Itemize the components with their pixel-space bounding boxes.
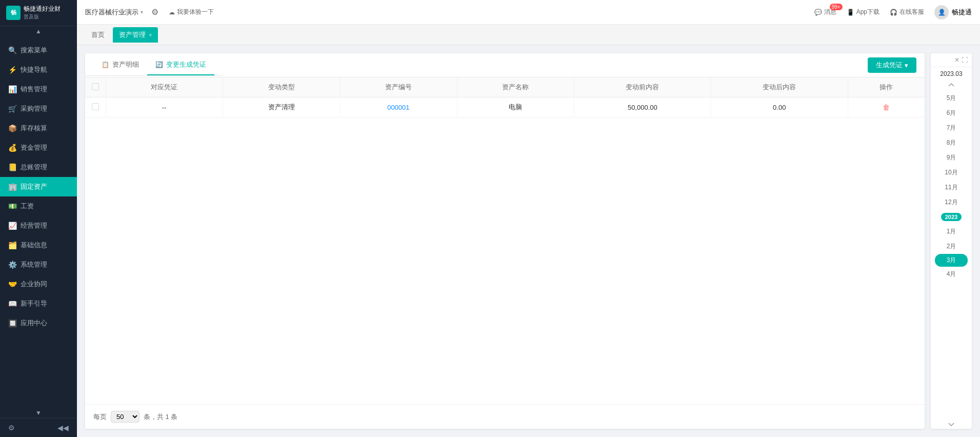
app-download-label: App下载 — [856, 8, 879, 16]
generate-voucher-btn-label: 生成凭证 — [876, 61, 903, 70]
topbar: 医疗器械行业演示 ▾ ⚙ ☁ 我要体验一下 💬 消息 99+ 📱 App下载 🎧… — [77, 0, 980, 25]
logo-subtitle: 普及版 — [24, 13, 61, 21]
app-download-button[interactable]: 📱 App下载 — [847, 8, 879, 16]
table-wrapper: 对应凭证 变动类型 资产编号 资产名称 变动前内容 变动后内容 操作 — [85, 77, 925, 404]
subtab-generate-voucher[interactable]: 🔄 变更生成凭证 — [147, 55, 214, 75]
inventory-icon: 📦 — [8, 124, 16, 132]
topbar-right: 💬 消息 99+ 📱 App下载 🎧 在线客服 👤 畅捷通 — [814, 5, 972, 19]
cell-voucher: -- — [106, 97, 223, 117]
sidebar-item-system[interactable]: ⚙️ 系统管理 — [0, 255, 77, 274]
cell-asset-no: 000001 — [340, 97, 457, 117]
sidebar-item-purchase[interactable]: 🛒 采购管理 — [0, 99, 77, 118]
date-item-10[interactable]: 10月 — [931, 165, 972, 180]
sidebar-item-payroll[interactable]: 💵 工资 — [0, 196, 77, 216]
tab-home-label: 首页 — [91, 31, 105, 38]
appstore-icon: 🔲 — [8, 319, 16, 327]
per-page-select[interactable]: 50 10 20 100 — [111, 411, 139, 423]
tab-close-icon[interactable]: × — [149, 32, 152, 38]
message-button[interactable]: 💬 消息 99+ — [814, 8, 836, 16]
sidebar-item-label: 应用中心 — [21, 319, 47, 328]
date-item-2023-1[interactable]: 1月 — [931, 224, 972, 239]
sidebar-item-label: 销售管理 — [21, 85, 47, 94]
date-panel-close-icon[interactable]: ✕ — [954, 56, 959, 64]
subtab-asset-detail[interactable]: 📋 资产明细 — [93, 55, 147, 75]
cell-asset-name: 电脑 — [457, 97, 574, 117]
sidebar-item-label: 固定资产 — [21, 182, 47, 191]
sidebar-item-inventory[interactable]: 📦 库存核算 — [0, 118, 77, 138]
generate-voucher-button[interactable]: 生成凭证 ▾ — [868, 57, 916, 73]
col-header-change-type: 变动类型 — [223, 77, 339, 97]
sidebar-logo: 畅 畅捷通好业财 普及版 — [0, 0, 77, 26]
sidebar-item-label: 新手引导 — [21, 299, 47, 308]
system-icon: ⚙️ — [8, 261, 16, 269]
date-item-5[interactable]: 5月 — [931, 91, 972, 106]
date-item-2023-2[interactable]: 2月 — [931, 239, 972, 254]
delete-row-icon[interactable]: 🗑 — [883, 103, 890, 111]
sidebar-item-quicknav[interactable]: ⚡ 快捷导航 — [0, 60, 77, 80]
sidebar-item-label: 库存核算 — [21, 124, 47, 133]
subtab-asset-detail-label: 资产明细 — [112, 60, 139, 69]
asset-table: 对应凭证 变动类型 资产编号 资产名称 变动前内容 变动后内容 操作 — [85, 77, 925, 117]
ledger-icon: 📒 — [8, 163, 16, 171]
company-selector[interactable]: 医疗器械行业演示 ▾ — [85, 8, 143, 17]
main-area: 医疗器械行业演示 ▾ ⚙ ☁ 我要体验一下 💬 消息 99+ 📱 App下载 🎧… — [77, 0, 980, 437]
date-item-11[interactable]: 11月 — [931, 180, 972, 195]
date-item-2023-3[interactable]: 3月 — [935, 254, 968, 267]
guide-icon: 📖 — [8, 300, 16, 308]
date-item-12[interactable]: 12月 — [931, 195, 972, 210]
sidebar-item-operation[interactable]: 📈 经营管理 — [0, 216, 77, 235]
sidebar-item-ledger[interactable]: 📒 总账管理 — [0, 157, 77, 177]
sidebar-item-label: 总账管理 — [21, 163, 47, 172]
topbar-settings-icon[interactable]: ⚙ — [151, 7, 158, 17]
sidebar-item-collab[interactable]: 🤝 企业协同 — [0, 274, 77, 294]
sidebar-nav: 🔍 搜索菜单 ⚡ 快捷导航 📊 销售管理 🛒 采购管理 📦 库存核算 💰 资金管… — [0, 36, 77, 408]
sidebar-item-label: 系统管理 — [21, 260, 47, 269]
date-panel: ✕ ⛶ 2023.03 5月 6月 7月 8月 9月 10月 11月 12月 2… — [931, 53, 972, 429]
operation-icon: 📈 — [8, 222, 16, 230]
tab-asset-management[interactable]: 资产管理 × — [113, 27, 158, 43]
date-scroll-down-btn[interactable] — [931, 421, 972, 429]
date-item-2023-4[interactable]: 4月 — [931, 267, 972, 282]
online-support-button[interactable]: 🎧 在线客服 — [890, 8, 924, 16]
date-panel-expand-icon[interactable]: ⛶ — [962, 56, 968, 64]
per-page-label: 每页 — [93, 412, 107, 422]
content-area: 📋 资产明细 🔄 变更生成凭证 生成凭证 ▾ — [77, 45, 980, 437]
date-scroll-up-btn[interactable] — [931, 81, 972, 89]
date-item-8[interactable]: 8月 — [931, 135, 972, 150]
cell-before: 50,000.00 — [574, 97, 711, 117]
avatar: 👤 — [934, 5, 949, 19]
dropdown-arrow-icon: ▾ — [905, 62, 908, 69]
sidebar-item-search[interactable]: 🔍 搜索菜单 — [0, 41, 77, 60]
message-icon: 💬 — [814, 9, 822, 16]
sidebar-item-label: 企业协同 — [21, 280, 47, 289]
company-dropdown-icon: ▾ — [141, 9, 143, 15]
select-all-checkbox[interactable] — [92, 83, 99, 90]
cell-change-type: 资产清理 — [223, 97, 339, 117]
sidebar-scroll-down[interactable]: ▼ — [35, 409, 42, 416]
sidebar-item-capital[interactable]: 💰 资金管理 — [0, 138, 77, 157]
user-menu[interactable]: 👤 畅捷通 — [934, 5, 972, 19]
company-name: 医疗器械行业演示 — [85, 8, 138, 17]
sidebar-item-appstore[interactable]: 🔲 应用中心 — [0, 313, 77, 333]
tab-active-label: 资产管理 — [119, 30, 146, 39]
sidebar-bottom: ⚙ ◀◀ — [0, 418, 77, 437]
date-item-7[interactable]: 7月 — [931, 121, 972, 135]
collapse-sidebar-icon[interactable]: ◀◀ — [57, 424, 69, 432]
date-item-6[interactable]: 6月 — [931, 106, 972, 121]
experience-button[interactable]: ☁ 我要体验一下 — [169, 8, 214, 16]
year-2023-label: 2023 — [931, 210, 972, 224]
date-panel-header: ✕ ⛶ — [931, 53, 972, 67]
col-header-after: 变动后内容 — [711, 77, 848, 97]
sidebar-item-basic[interactable]: 🗂️ 基础信息 — [0, 235, 77, 255]
cell-after: 0.00 — [711, 97, 848, 117]
date-item-9[interactable]: 9月 — [931, 150, 972, 165]
sidebar-item-guide[interactable]: 📖 新手引导 — [0, 294, 77, 313]
sidebar-item-sales[interactable]: 📊 销售管理 — [0, 80, 77, 99]
settings-bottom-icon[interactable]: ⚙ — [8, 424, 15, 432]
tab-home[interactable]: 首页 — [85, 27, 111, 43]
sidebar-item-fixed[interactable]: 🏢 固定资产 — [0, 177, 77, 196]
sidebar-scroll-up[interactable]: ▲ — [35, 28, 42, 35]
app-download-icon: 📱 — [847, 9, 854, 16]
subtabs: 📋 资产明细 🔄 变更生成凭证 — [85, 55, 223, 76]
row-checkbox[interactable] — [92, 103, 99, 110]
